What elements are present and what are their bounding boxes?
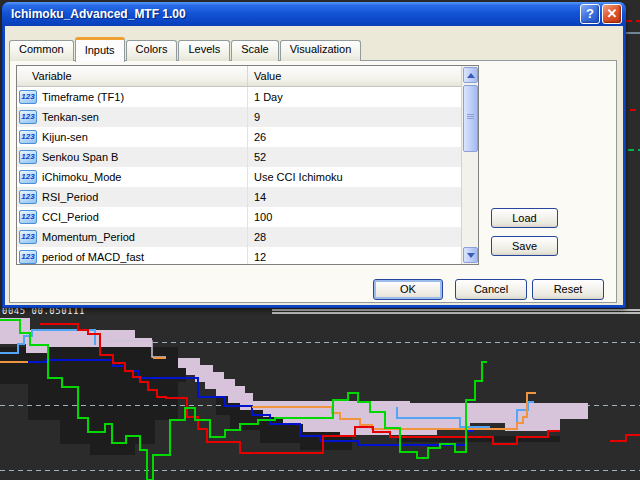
help-icon[interactable]: ?	[580, 4, 600, 24]
param-value[interactable]: 28	[248, 231, 463, 243]
param-value[interactable]: 14	[248, 191, 463, 203]
tab-strip: Common Inputs Colors Levels Scale Visual…	[9, 37, 362, 61]
tab-colors[interactable]: Colors	[126, 40, 178, 61]
numeric-parameter-icon: 123	[19, 250, 37, 264]
scrollbar-down-button[interactable]	[463, 247, 478, 263]
param-name: Timeframe (TF1)	[42, 91, 124, 103]
dialog-body: Common Inputs Colors Levels Scale Visual…	[5, 26, 623, 305]
column-header-value: Value	[248, 66, 478, 86]
indicator-properties-dialog: Ichimoku_Advanced_MTF 1.00 ? ✕ Common In…	[2, 2, 626, 308]
table-row[interactable]: 123CCI_Period 100	[17, 207, 463, 227]
param-name: Kijun-sen	[42, 131, 88, 143]
close-icon[interactable]: ✕	[602, 4, 622, 24]
table-row[interactable]: 123RSI_Period 14	[17, 187, 463, 207]
table-row[interactable]: 123Tenkan-sen 9	[17, 107, 463, 127]
dialog-titlebar[interactable]: Ichimoku_Advanced_MTF 1.00 ? ✕	[2, 2, 626, 26]
scrollbar-thumb[interactable]	[463, 85, 478, 152]
param-value[interactable]: 100	[248, 211, 463, 223]
param-name: Momentum_Period	[42, 231, 135, 243]
table-scrollbar	[461, 66, 478, 264]
numeric-parameter-icon: 123	[19, 150, 37, 164]
tab-common[interactable]: Common	[9, 40, 74, 61]
scrollbar-up-button[interactable]	[463, 67, 478, 83]
param-name: iChimoku_Mode	[42, 171, 121, 183]
param-name: Tenkan-sen	[42, 111, 99, 123]
param-value[interactable]: 26	[248, 131, 463, 143]
thumb-grip-icon	[467, 114, 474, 119]
param-value[interactable]: 52	[248, 151, 463, 163]
table-row[interactable]: 123iChimoku_Mode Use CCI Ichimoku	[17, 167, 463, 187]
table-row[interactable]: 123period of MACD_fast 12	[17, 247, 463, 265]
cancel-button[interactable]: Cancel	[455, 279, 527, 300]
numeric-parameter-icon: 123	[19, 110, 37, 124]
table-row[interactable]: 123Kijun-sen 26	[17, 127, 463, 147]
param-value[interactable]: 1 Day	[248, 91, 463, 103]
param-name: period of MACD_fast	[42, 251, 144, 263]
reset-button[interactable]: Reset	[532, 279, 604, 300]
param-name: Senkou Span B	[42, 151, 118, 163]
numeric-parameter-icon: 123	[19, 170, 37, 184]
param-name: RSI_Period	[42, 191, 98, 203]
ok-button[interactable]: OK	[373, 279, 443, 300]
param-value[interactable]: 9	[248, 111, 463, 123]
table-row[interactable]: 123Timeframe (TF1) 1 Day	[17, 87, 463, 107]
parameters-table: Variable Value 123Timeframe (TF1) 1 Day …	[16, 65, 479, 265]
chevron-up-icon	[467, 73, 475, 78]
tab-scale[interactable]: Scale	[231, 40, 279, 61]
numeric-parameter-icon: 123	[19, 210, 37, 224]
numeric-parameter-icon: 123	[19, 130, 37, 144]
tab-inputs[interactable]: Inputs	[75, 37, 125, 62]
load-button[interactable]: Load	[491, 208, 558, 228]
numeric-parameter-icon: 123	[19, 230, 37, 244]
param-name: CCI_Period	[42, 211, 99, 223]
table-header: Variable Value	[17, 66, 478, 87]
save-button[interactable]: Save	[491, 236, 558, 256]
dialog-title: Ichimoku_Advanced_MTF 1.00	[11, 7, 578, 21]
table-row[interactable]: 123Momentum_Period 28	[17, 227, 463, 247]
column-header-variable: Variable	[17, 66, 248, 86]
param-value[interactable]: 12	[248, 251, 463, 263]
numeric-parameter-icon: 123	[19, 90, 37, 104]
tab-levels[interactable]: Levels	[178, 40, 230, 61]
param-value[interactable]: Use CCI Ichimoku	[248, 171, 463, 183]
numeric-parameter-icon: 123	[19, 190, 37, 204]
chevron-down-icon	[467, 253, 475, 258]
tab-visualization[interactable]: Visualization	[280, 40, 362, 61]
table-row[interactable]: 123Senkou Span B 52	[17, 147, 463, 167]
